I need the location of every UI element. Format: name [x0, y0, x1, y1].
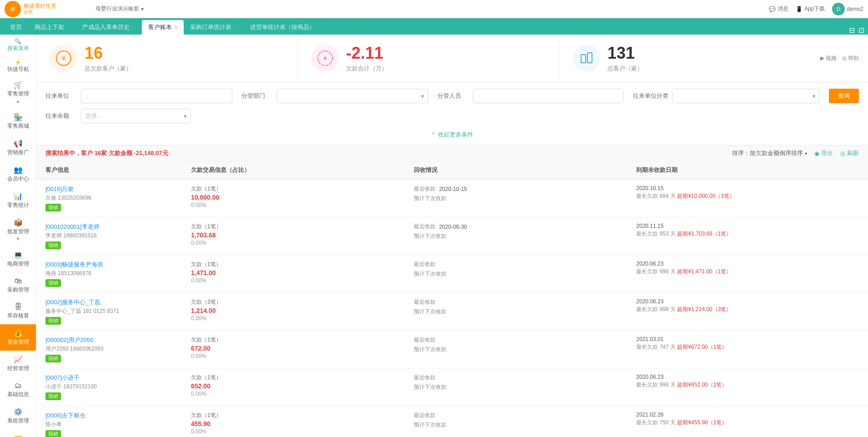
customer-tag-3: 现销: [45, 279, 61, 287]
results-bar: 搜索结果中，客户 16家 欠款金额 -21,148.07元 排序：按欠款金额倒序…: [36, 146, 868, 161]
due-overdue-3: 最长欠款 998 天 超期¥1,471.00（1笔）: [636, 268, 859, 276]
sidebar-item-corp-collab[interactable]: 🤝 企业协同: [0, 429, 36, 437]
tab-product-offshelf-close[interactable]: ×: [67, 25, 70, 30]
sidebar-item-system[interactable]: ⚙️ 系统管理: [0, 403, 36, 429]
help-video-btn[interactable]: ▶ 视频: [820, 55, 837, 62]
debt-percent-2: 0.00%: [191, 240, 414, 246]
due-date-2: 2020.11.15: [636, 223, 859, 229]
sidebar-item-retail-stats[interactable]: 📊 零售统计: [0, 187, 36, 214]
recovery-cell-3: 最近收款 预计下次收款: [414, 261, 637, 278]
sidebar-item-purchase[interactable]: 🛍 采购管理: [0, 272, 36, 298]
sidebar-item-finance-label: 资金管理: [7, 338, 29, 346]
sidebar-item-ops[interactable]: 📈 经营管理: [0, 351, 36, 377]
tab-product-history-close[interactable]: ×: [132, 25, 135, 30]
stat-icon-debtors: ¥: [50, 45, 77, 72]
filter-balance: 往来余额 选择... ▾: [45, 109, 191, 123]
filter-source-unit-input[interactable]: ...: [81, 89, 232, 103]
logo-text: 畅捷通好生意: [24, 3, 56, 9]
export-btn[interactable]: ◉ 导出: [814, 149, 833, 157]
tab-home[interactable]: 首页: [4, 20, 28, 35]
debt-count-6: 欠款（1笔）: [191, 374, 414, 382]
org-selector[interactable]: 母婴行业演示账套 ▾: [95, 5, 144, 13]
sort-label: 排序：按欠款金额倒序排序: [732, 149, 803, 157]
recovery-next-5: 预计下次收款: [414, 346, 637, 353]
ops-icon: 📈: [14, 355, 23, 364]
filter-unit-class-select[interactable]: ▾: [672, 89, 820, 103]
recovery-cell-1: 最近收款 2020-10-15 预计下次收款: [414, 185, 637, 202]
filter-manager-dots: ...: [477, 93, 482, 100]
customer-name-3[interactable]: [0003]畅捷服务尹海燕: [45, 261, 191, 269]
filter-balance-arrow: ▾: [184, 113, 187, 120]
customer-name-7[interactable]: [0006]去下粮仓: [45, 412, 191, 420]
collapse-row[interactable]: ⌃ 收起更多条件: [45, 129, 859, 139]
user-profile-btn[interactable]: D demo2: [832, 3, 863, 15]
avatar: D: [832, 3, 845, 15]
sidebar-item-finance[interactable]: 💰 资金管理: [0, 324, 36, 351]
refresh-btn[interactable]: ◎ 刷新: [840, 149, 859, 157]
sort-selector[interactable]: 排序：按欠款金额倒序排序 ▾: [732, 149, 807, 157]
export-label: 导出: [821, 149, 833, 157]
tab-customer-account-close[interactable]: ×: [175, 25, 177, 30]
customer-name-1[interactable]: [0016]吕俊: [45, 185, 191, 193]
tab-customer-account[interactable]: 客户账本 ×: [142, 20, 184, 35]
filter-manager-input[interactable]: ...: [473, 89, 624, 103]
tab-purchase-stat-close[interactable]: ×: [234, 25, 237, 30]
customer-name-5[interactable]: [000002]用户2050: [45, 336, 191, 344]
sidebar-search[interactable]: 🔍 搜索菜单: [0, 35, 36, 56]
customer-tag-2: 现销: [45, 241, 61, 249]
customer-info-cell-3: [0003]畅捷服务尹海燕 海燕 18513066976 现销: [45, 261, 191, 287]
tab-product-history[interactable]: 产成品入库单历史 ×: [76, 20, 141, 35]
stat-value-total-customers: 131: [607, 44, 643, 63]
debt-count-3: 欠款（1笔）: [191, 261, 414, 268]
customer-detail-7: 陈小希: [45, 421, 191, 428]
basic-info-icon: 🗂: [15, 382, 22, 390]
debt-cell-7: 欠款（1笔） 455.90 0.00%: [191, 412, 414, 435]
debt-amount-5: 672.00: [191, 345, 414, 352]
recovery-label-4: 最近收款: [414, 298, 436, 306]
debt-cell-5: 欠款（1笔） 672.00 0.00%: [191, 336, 414, 359]
sidebar-item-inventory[interactable]: 🗄 库存核算: [0, 298, 36, 324]
table-row: [0006]去下粮仓 陈小希 现销 欠款（1笔） 455.90 0.00% 最近…: [36, 406, 868, 437]
sidebar-item-retail-mall[interactable]: 🏪 零售商城: [0, 108, 36, 135]
recovery-date-1: 2020-10-15: [439, 186, 467, 192]
filter-unit-class-label: 往来单位分类: [633, 92, 668, 100]
customer-name-2[interactable]: [0001020001]李老师: [45, 223, 191, 231]
stat-label-total-customers: 总客户（家）: [607, 65, 643, 73]
stat-card-debtors: ¥ 16 总欠款客户（家）: [36, 35, 298, 82]
help-btn[interactable]: ◎ 帮助: [842, 55, 859, 62]
due-overdue-1: 最长欠款 884 天 超期¥10,000.00（1笔）: [636, 192, 859, 200]
sidebar-item-ecommerce[interactable]: 💻 电商管理: [0, 246, 36, 272]
table-header: 客户信息 欠款交易信息（占比） 回收情况 到期未收款日期: [36, 161, 868, 180]
filter-manager: 分管人员 ...: [437, 89, 624, 103]
tab-product-offshelf[interactable]: 商品上下架 ×: [28, 20, 76, 35]
due-date-1: 2020.10.15: [636, 185, 859, 191]
due-overdue-6: 最长欠款 998 天 超期¥652.00（1笔）: [636, 381, 859, 389]
sidebar-quick-nav[interactable]: ⚡ 快捷导航: [0, 56, 36, 76]
inventory-icon: 🗄: [15, 303, 22, 311]
debt-amount-6: 652.00: [191, 382, 414, 390]
tab-maximize-btn[interactable]: ⊡: [858, 26, 864, 35]
recovery-label-6: 最近收款: [414, 374, 436, 382]
app-download-btn[interactable]: 📱 App下载: [796, 5, 825, 13]
tab-import-stat[interactable]: 进货单统计表（按商品） ×: [244, 20, 327, 35]
search-button[interactable]: 查询: [829, 89, 859, 103]
sidebar-item-basic-info[interactable]: 🗂 基础信息: [0, 377, 36, 403]
due-cell-2: 2020.11.15 最长欠款 853 天 超期¥1,703.68（1笔）: [636, 223, 859, 238]
svg-rect-5: [587, 53, 592, 63]
sidebar-item-member[interactable]: 👥 会员中心: [0, 161, 36, 187]
sidebar-item-batch-mgmt[interactable]: 📦 批发管理 ▼: [0, 214, 36, 246]
sort-arrow-icon: ▾: [805, 151, 807, 156]
customer-name-6[interactable]: [0007]小进千: [45, 374, 191, 382]
sidebar-item-retail-mgmt[interactable]: 🛒 零售管理 ▲: [0, 76, 36, 108]
tab-import-stat-close[interactable]: ×: [318, 25, 321, 30]
tab-minimize-btn[interactable]: ⊟: [849, 26, 855, 35]
due-cell-5: 2021.03.01 最长欠款 747 天 超期¥672.00（1笔）: [636, 336, 859, 351]
refresh-icon: ◎: [840, 150, 845, 157]
customer-name-4[interactable]: [0002]服务中心_丁磊: [45, 298, 191, 306]
tab-purchase-stat[interactable]: 采购订单统计表 ×: [184, 20, 243, 35]
filter-dept-select[interactable]: ▾: [277, 89, 428, 103]
message-btn[interactable]: 💬 消息: [769, 5, 788, 13]
filter-balance-select[interactable]: 选择... ▾: [81, 109, 191, 123]
sidebar-item-marketing[interactable]: 📢 营销推广: [0, 135, 36, 161]
due-overdue-2: 最长欠款 853 天 超期¥1,703.68（1笔）: [636, 230, 859, 238]
